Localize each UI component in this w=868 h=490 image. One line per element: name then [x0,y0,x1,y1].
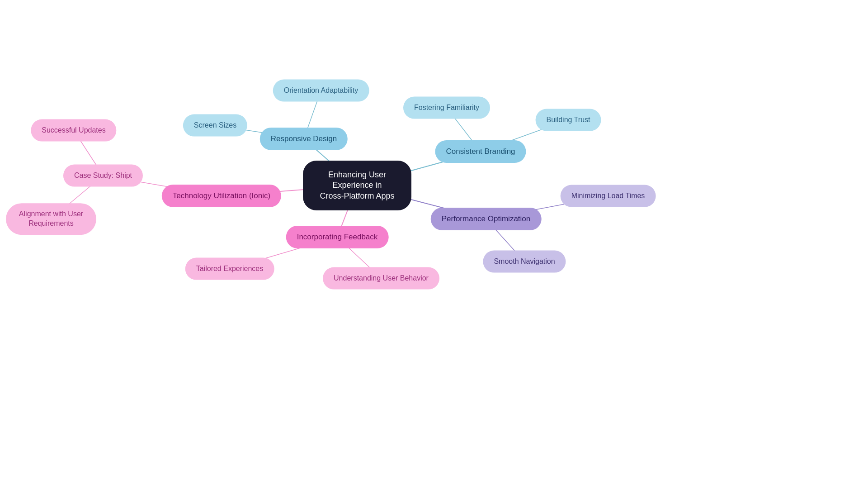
center-label: Enhancing User Experience inCross-Platfo… [316,170,398,201]
minimizing-load-times-node[interactable]: Minimizing Load Times [561,185,656,207]
responsive-design-node[interactable]: Responsive Design [260,128,348,150]
tailored-experiences-node[interactable]: Tailored Experiences [185,258,274,280]
orientation-adaptability-label: Orientation Adaptability [284,86,359,95]
screen-sizes-node[interactable]: Screen Sizes [183,114,247,137]
case-study-shipt-node[interactable]: Case Study: Shipt [63,165,143,187]
smooth-navigation-node[interactable]: Smooth Navigation [483,251,566,273]
alignment-user-requirements-label: Alignment with User Requirements [17,209,85,228]
tailored-experiences-label: Tailored Experiences [196,264,264,274]
technology-utilization-node[interactable]: Technology Utilization (Ionic) [162,185,281,207]
responsive-design-label: Responsive Design [271,134,337,144]
fostering-familiarity-label: Fostering Familiarity [414,103,479,113]
understanding-user-behavior-label: Understanding User Behavior [334,274,429,283]
consistent-branding-label: Consistent Branding [446,147,515,157]
technology-utilization-label: Technology Utilization (Ionic) [173,191,270,201]
performance-optimization-node[interactable]: Performance Optimization [431,208,542,230]
center-node[interactable]: Enhancing User Experience inCross-Platfo… [303,161,411,210]
consistent-branding-node[interactable]: Consistent Branding [435,140,526,163]
fostering-familiarity-node[interactable]: Fostering Familiarity [403,97,490,119]
screen-sizes-label: Screen Sizes [194,121,236,130]
incorporating-feedback-label: Incorporating Feedback [297,232,378,242]
incorporating-feedback-node[interactable]: Incorporating Feedback [286,226,389,248]
building-trust-node[interactable]: Building Trust [536,109,601,131]
successful-updates-label: Successful Updates [42,126,105,135]
successful-updates-node[interactable]: Successful Updates [31,119,116,142]
minimizing-load-times-label: Minimizing Load Times [571,191,645,201]
understanding-user-behavior-node[interactable]: Understanding User Behavior [323,267,439,290]
connection-lines [0,0,868,490]
orientation-adaptability-node[interactable]: Orientation Adaptability [273,80,369,102]
performance-optimization-label: Performance Optimization [442,214,531,224]
smooth-navigation-label: Smooth Navigation [494,257,555,266]
mind-map-container: Enhancing User Experience inCross-Platfo… [0,0,868,490]
building-trust-label: Building Trust [547,115,590,125]
case-study-shipt-label: Case Study: Shipt [74,171,132,181]
alignment-user-requirements-node[interactable]: Alignment with User Requirements [6,203,96,235]
